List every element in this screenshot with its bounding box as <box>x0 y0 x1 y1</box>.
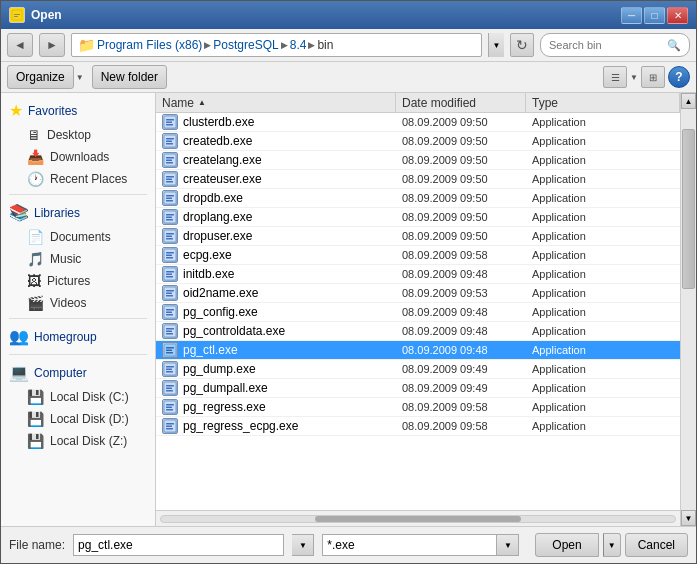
svg-rect-32 <box>166 252 174 254</box>
filetype-select[interactable]: *.exe <box>322 534 497 556</box>
table-row[interactable]: pg_ctl.exe 08.09.2009 09:48 Application <box>156 341 680 360</box>
minimize-button[interactable]: ─ <box>621 7 642 24</box>
table-row[interactable]: dropdb.exe 08.09.2009 09:50 Application <box>156 189 680 208</box>
breadcrumb-84[interactable]: 8.4 <box>290 38 307 52</box>
svg-rect-21 <box>166 198 172 200</box>
documents-icon: 📄 <box>27 229 44 245</box>
open-dropdown-button[interactable]: ▼ <box>603 533 621 557</box>
svg-rect-53 <box>166 350 172 352</box>
table-row[interactable]: initdb.exe 08.09.2009 09:48 Application <box>156 265 680 284</box>
hscroll-bar[interactable] <box>160 515 676 523</box>
address-toolbar: ◄ ► 📁 Program Files (x86) ▶ PostgreSQL ▶… <box>1 29 696 62</box>
filename-input[interactable] <box>73 534 284 556</box>
search-bar[interactable]: 🔍 <box>540 33 690 57</box>
close-button[interactable]: ✕ <box>667 7 688 24</box>
sidebar-group-homegroup[interactable]: 👥 Homegroup <box>1 323 155 350</box>
vscroll-up-button[interactable]: ▲ <box>681 93 696 109</box>
sidebar-group-libraries[interactable]: 📚 Libraries <box>1 199 155 226</box>
pictures-label: Pictures <box>47 274 90 288</box>
sidebar-item-downloads[interactable]: 📥 Downloads <box>1 146 155 168</box>
refresh-button[interactable]: ↻ <box>510 33 534 57</box>
table-row[interactable]: pg_regress.exe 08.09.2009 09:58 Applicat… <box>156 398 680 417</box>
maximize-button[interactable]: □ <box>644 7 665 24</box>
svg-rect-62 <box>166 390 173 392</box>
table-row[interactable]: dropuser.exe 08.09.2009 09:50 Applicatio… <box>156 227 680 246</box>
view-button[interactable]: ☰ <box>603 66 627 88</box>
breadcrumb-dropdown[interactable]: ▼ <box>488 33 504 57</box>
table-row[interactable]: pg_dumpall.exe 08.09.2009 09:49 Applicat… <box>156 379 680 398</box>
sidebar-item-recent-places[interactable]: 🕐 Recent Places <box>1 168 155 190</box>
vscroll-track[interactable] <box>681 109 696 510</box>
breadcrumb-bar: 📁 Program Files (x86) ▶ PostgreSQL ▶ 8.4… <box>71 33 482 57</box>
file-name-cell: dropdb.exe <box>156 190 396 206</box>
new-folder-button[interactable]: New folder <box>92 65 167 89</box>
svg-rect-69 <box>166 426 172 428</box>
breadcrumb-bin: bin <box>317 38 333 52</box>
homegroup-label: Homegroup <box>34 330 97 344</box>
help-button[interactable]: ? <box>668 66 690 88</box>
file-name-cell: droplang.exe <box>156 209 396 225</box>
svg-rect-70 <box>166 428 173 430</box>
horizontal-scrollbar[interactable] <box>156 510 680 526</box>
sidebar-item-videos[interactable]: 🎬 Videos <box>1 292 155 314</box>
table-row[interactable]: clusterdb.exe 08.09.2009 09:50 Applicati… <box>156 113 680 132</box>
open-button[interactable]: Open <box>535 533 598 557</box>
sort-icon: ▲ <box>198 98 206 107</box>
sidebar-divider-1 <box>9 194 147 195</box>
file-date-cell: 08.09.2009 09:50 <box>396 116 526 128</box>
sidebar-group-computer[interactable]: 💻 Computer <box>1 359 155 386</box>
svg-rect-41 <box>166 293 172 295</box>
file-type-cell: Application <box>526 344 680 356</box>
cancel-button[interactable]: Cancel <box>625 533 688 557</box>
sidebar-item-pictures[interactable]: 🖼 Pictures <box>1 270 155 292</box>
table-row[interactable]: createdb.exe 08.09.2009 09:50 Applicatio… <box>156 132 680 151</box>
vertical-scrollbar[interactable]: ▲ ▼ <box>680 93 696 526</box>
file-date-cell: 08.09.2009 09:49 <box>396 382 526 394</box>
sidebar-item-local-z[interactable]: 💾 Local Disk (Z:) <box>1 430 155 452</box>
file-date-cell: 08.09.2009 09:50 <box>396 173 526 185</box>
svg-rect-10 <box>166 143 173 145</box>
breadcrumb-program-files[interactable]: Program Files (x86) <box>97 38 202 52</box>
file-type-cell: Application <box>526 230 680 242</box>
table-row[interactable]: pg_controldata.exe 08.09.2009 09:48 Appl… <box>156 322 680 341</box>
svg-rect-4 <box>166 119 174 121</box>
favorites-label: Favorites <box>28 104 77 118</box>
breadcrumb-postgresql[interactable]: PostgreSQL <box>213 38 278 52</box>
table-row[interactable]: createlang.exe 08.09.2009 09:50 Applicat… <box>156 151 680 170</box>
filetype-dropdown[interactable]: ▼ <box>497 534 519 556</box>
table-row[interactable]: pg_config.exe 08.09.2009 09:48 Applicati… <box>156 303 680 322</box>
col-header-type[interactable]: Type <box>526 93 680 112</box>
svg-rect-9 <box>166 141 172 143</box>
vscroll-down-button[interactable]: ▼ <box>681 510 696 526</box>
filetype-container: *.exe ▼ <box>322 534 519 556</box>
sidebar-item-documents[interactable]: 📄 Documents <box>1 226 155 248</box>
sidebar-item-music[interactable]: 🎵 Music <box>1 248 155 270</box>
svg-rect-68 <box>166 423 174 425</box>
table-row[interactable]: droplang.exe 08.09.2009 09:50 Applicatio… <box>156 208 680 227</box>
organize-button[interactable]: Organize <box>7 65 74 89</box>
sidebar-item-desktop[interactable]: 🖥 Desktop <box>1 124 155 146</box>
file-type-cell: Application <box>526 192 680 204</box>
col-header-name[interactable]: Name ▲ <box>156 93 396 112</box>
back-button[interactable]: ◄ <box>7 33 33 57</box>
file-date-cell: 08.09.2009 09:58 <box>396 249 526 261</box>
search-input[interactable] <box>549 39 663 51</box>
col-header-date[interactable]: Date modified <box>396 93 526 112</box>
table-row[interactable]: createuser.exe 08.09.2009 09:50 Applicat… <box>156 170 680 189</box>
forward-button[interactable]: ► <box>39 33 65 57</box>
file-date-cell: 08.09.2009 09:50 <box>396 211 526 223</box>
table-row[interactable]: oid2name.exe 08.09.2009 09:53 Applicatio… <box>156 284 680 303</box>
table-row[interactable]: pg_regress_ecpg.exe 08.09.2009 09:58 App… <box>156 417 680 436</box>
sidebar-item-local-d[interactable]: 💾 Local Disk (D:) <box>1 408 155 430</box>
filename-dropdown[interactable]: ▼ <box>292 534 314 556</box>
details-view-button[interactable]: ⊞ <box>641 66 665 88</box>
table-row[interactable]: ecpg.exe 08.09.2009 09:58 Application <box>156 246 680 265</box>
sidebar-item-local-c[interactable]: 💾 Local Disk (C:) <box>1 386 155 408</box>
exe-icon <box>162 247 178 263</box>
svg-rect-28 <box>166 233 174 235</box>
sidebar-group-favorites[interactable]: ★ Favorites <box>1 97 155 124</box>
libraries-label: Libraries <box>34 206 80 220</box>
svg-rect-44 <box>166 309 174 311</box>
table-row[interactable]: pg_dump.exe 08.09.2009 09:49 Application <box>156 360 680 379</box>
computer-icon: 💻 <box>9 363 29 382</box>
